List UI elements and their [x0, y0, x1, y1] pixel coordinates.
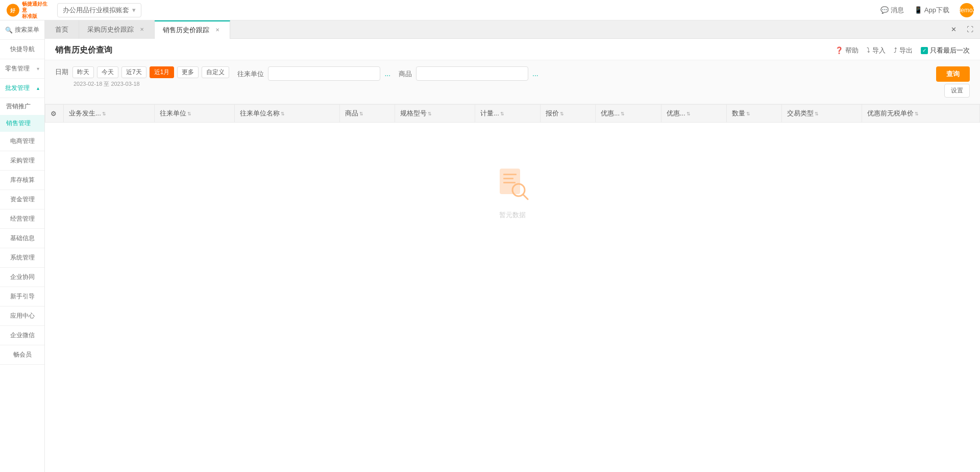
sidebar-item-cooperation[interactable]: 企业协同 — [0, 268, 44, 287]
table-col-unit[interactable]: 往来单位⇅ — [154, 105, 234, 123]
content-area: 首页 采购历史价跟踪 ✕ 销售历史价跟踪 ✕ ✕ ⛶ 销售历史价查询 — [45, 20, 980, 472]
date-filter-group: 日期 昨天 今天 近7天 近1月 更多 自定义 2023-02-18 至 202… — [55, 66, 229, 88]
sidebar-item-operations[interactable]: 经营管理 — [0, 209, 44, 229]
sidebar-item-inventory[interactable]: 库存核算 — [0, 171, 44, 190]
svg-rect-4 — [503, 178, 513, 179]
chevron-down-icon: ▾ — [37, 66, 39, 72]
sidebar-item-ecommerce[interactable]: 电商管理 — [0, 132, 44, 151]
table-col-discount1[interactable]: 优惠...⇅ — [596, 105, 661, 123]
svg-line-7 — [523, 195, 528, 199]
empty-state: 暂元数据 — [45, 123, 980, 261]
unit-input[interactable] — [268, 66, 380, 81]
svg-rect-5 — [503, 182, 516, 183]
message-button[interactable]: 💬 消息 — [880, 6, 904, 15]
table-col-trade-type[interactable]: 交易类型⇅ — [781, 105, 862, 123]
table-col-unit-name[interactable]: 往来单位名称⇅ — [234, 105, 339, 123]
tab-sales-history[interactable]: 销售历史价跟踪 ✕ — [155, 20, 230, 39]
gear-icon: ⚙ — [51, 110, 57, 117]
date-btn-7days[interactable]: 近7天 — [121, 66, 146, 78]
table-col-goods[interactable]: 商品⇅ — [340, 105, 395, 123]
app-selector-label: 办公用品行业模拟账套 — [63, 6, 129, 15]
tab-bar-actions: ✕ ⛶ — [947, 23, 980, 36]
table-col-pretax-price[interactable]: 优惠前无税单价⇅ — [862, 105, 980, 123]
help-button[interactable]: ❓ 帮助 — [835, 46, 859, 55]
goods-dots-button[interactable]: ... — [532, 69, 538, 78]
avatar: demo2 — [960, 3, 974, 17]
date-controls: 昨天 今天 近7天 近1月 更多 自定义 2023-02-18 至 2023-0… — [72, 66, 229, 88]
table-col-quantity[interactable]: 数量⇅ — [727, 105, 782, 123]
sidebar-item-purchase[interactable]: 采购管理 — [0, 151, 44, 171]
export-icon: ⤴ — [894, 46, 897, 54]
page-content: 销售历史价查询 ❓ 帮助 ⤵ 导入 ⤴ 导出 ✓ — [45, 39, 980, 472]
date-btn-custom[interactable]: 自定义 — [202, 66, 229, 78]
unit-dots-button[interactable]: ... — [384, 69, 390, 78]
unit-filter-group: 往来单位 ... — [237, 66, 390, 81]
table-col-spec[interactable]: 规格型号⇅ — [395, 105, 475, 123]
export-button[interactable]: ⤴ 导出 — [894, 46, 913, 55]
sidebar-item-retail[interactable]: 零售管理 ▾ — [0, 59, 44, 79]
search-icon: 🔍 — [5, 27, 13, 34]
svg-rect-3 — [503, 174, 517, 175]
empty-text: 暂元数据 — [499, 210, 526, 220]
date-btn-more[interactable]: 更多 — [177, 66, 199, 78]
sidebar-item-wechat[interactable]: 企业微信 — [0, 326, 44, 345]
import-button[interactable]: ⤵ 导入 — [867, 46, 886, 55]
sidebar-item-member[interactable]: 畅会员 — [0, 345, 44, 365]
goods-label: 商品 — [399, 68, 412, 79]
app-selector[interactable]: 办公用品行业模拟账套 ▾ — [57, 3, 141, 17]
message-icon: 💬 — [880, 6, 889, 14]
table-col-quote[interactable]: 报价⇅ — [541, 105, 596, 123]
import-icon: ⤵ — [867, 46, 870, 54]
goods-input[interactable] — [416, 66, 528, 81]
table-col-business-date[interactable]: 业务发生...⇅ — [64, 105, 155, 123]
tab-close-purchase[interactable]: ✕ — [138, 26, 146, 33]
sidebar-item-marketing[interactable]: 营销推广 — [0, 98, 44, 115]
unit-label: 往来单位 — [237, 68, 264, 79]
logo-icon: 好 — [6, 3, 20, 17]
main-layout: 🔍 搜索菜单 快捷导航 零售管理 ▾ 批发管理 ▴ 营销推广 销售管理 电商管理… — [0, 20, 980, 472]
table-col-unit-measure[interactable]: 计量...⇅ — [475, 105, 540, 123]
filter-bar: 日期 昨天 今天 近7天 近1月 更多 自定义 2023-02-18 至 202… — [45, 60, 980, 104]
sidebar-item-finance[interactable]: 资金管理 — [0, 190, 44, 209]
query-button[interactable]: 查询 — [936, 66, 970, 82]
table-col-discount2[interactable]: 优惠...⇅ — [661, 105, 726, 123]
empty-icon — [492, 163, 533, 204]
sidebar-item-sales[interactable]: 销售管理 — [0, 115, 44, 132]
user-area[interactable]: demo2 — [960, 3, 974, 17]
page-title-actions: ❓ 帮助 ⤵ 导入 ⤴ 导出 ✓ 只看最后一次 — [835, 46, 970, 55]
date-btn-1month[interactable]: 近1月 — [150, 66, 175, 78]
goods-filter-group: 商品 ... — [399, 66, 538, 81]
page-title: 销售历史价查询 — [55, 45, 112, 56]
tab-close-sales[interactable]: ✕ — [213, 26, 222, 34]
header-right: 💬 消息 📱 App下载 demo2 — [880, 3, 974, 17]
table-col-gear[interactable]: ⚙ — [45, 105, 64, 123]
help-icon: ❓ — [835, 46, 843, 54]
app-download-button[interactable]: 📱 App下载 — [914, 6, 949, 15]
sidebar-item-quicknav[interactable]: 快捷导航 — [0, 40, 44, 59]
sidebar-item-guide[interactable]: 新手引导 — [0, 287, 44, 306]
sidebar-item-app-center[interactable]: 应用中心 — [0, 306, 44, 326]
sidebar-item-base-info[interactable]: 基础信息 — [0, 229, 44, 248]
sidebar-item-wholesale[interactable]: 批发管理 ▴ — [0, 79, 44, 98]
tab-home[interactable]: 首页 — [45, 20, 79, 39]
table-container: ⚙ 业务发生...⇅ 往来单位⇅ 往来单位名称⇅ — [45, 104, 980, 261]
only-last-checkbox[interactable]: ✓ 只看最后一次 — [921, 46, 970, 55]
tab-close-all-button[interactable]: ✕ — [947, 23, 960, 36]
tab-bar: 首页 采购历史价跟踪 ✕ 销售历史价跟踪 ✕ ✕ ⛶ — [45, 20, 980, 39]
date-range-text: 2023-02-18 至 2023-03-18 — [72, 80, 229, 88]
download-icon: 📱 — [914, 6, 922, 14]
date-btn-today[interactable]: 今天 — [97, 66, 118, 78]
page-title-bar: 销售历史价查询 ❓ 帮助 ⤵ 导入 ⤴ 导出 ✓ — [45, 39, 980, 60]
logo-text: 畅捷通好生意 标准版 — [22, 1, 51, 19]
sidebar: 🔍 搜索菜单 快捷导航 零售管理 ▾ 批发管理 ▴ 营销推广 销售管理 电商管理… — [0, 20, 45, 472]
date-label: 日期 — [55, 66, 68, 77]
date-btn-yesterday[interactable]: 昨天 — [72, 66, 94, 78]
table-header: ⚙ 业务发生...⇅ 往来单位⇅ 往来单位名称⇅ — [45, 105, 980, 123]
tab-maximize-button[interactable]: ⛶ — [964, 23, 976, 36]
chevron-up-icon: ▴ — [37, 85, 39, 91]
sidebar-item-system[interactable]: 系统管理 — [0, 248, 44, 268]
tab-purchase-history[interactable]: 采购历史价跟踪 ✕ — [79, 20, 155, 39]
setting-button[interactable]: 设置 — [944, 84, 970, 98]
sidebar-item-search[interactable]: 🔍 搜索菜单 — [0, 20, 44, 40]
chevron-down-icon: ▾ — [132, 6, 136, 14]
